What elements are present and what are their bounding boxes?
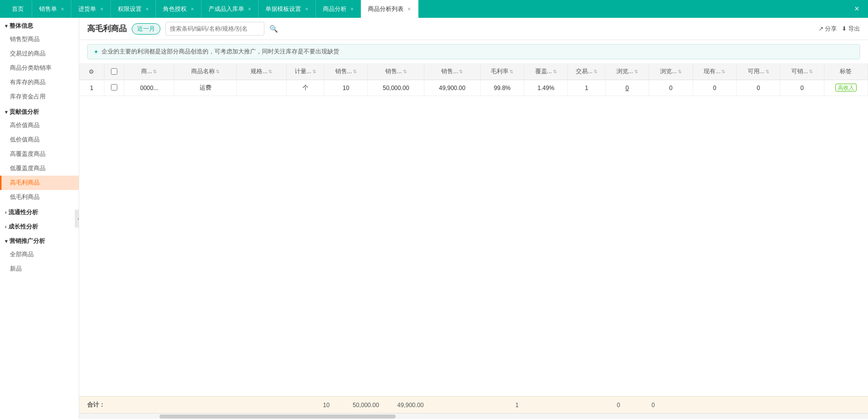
sidebar-item-stocked-goods[interactable]: 有库存的商品 [0,75,79,90]
share-button[interactable]: ↗ 分享 [818,25,837,33]
sort-available-icon[interactable]: ⇅ [766,69,769,74]
th-coverage: 覆盖... ⇅ [524,63,567,80]
data-table: ⚙ 商... ⇅ 商品名称 [79,63,868,96]
cell-index: 1 [79,80,104,96]
cell-gross-rate: 99.8% [480,80,524,96]
scrollbar-thumb[interactable] [159,415,396,419]
export-icon: ⬇ [842,25,847,32]
arrow-contribution-icon: ▾ [5,109,7,115]
bottom-scrollbar[interactable] [79,413,868,419]
sidebar-item-low-margin[interactable]: 低毛利商品 [0,190,79,204]
content-header: 高毛利商品 近一月 🔍 ↗ 分享 ⬇ 导出 [79,18,868,40]
sidebar-item-high-margin[interactable]: 高毛利商品 [0,176,79,190]
nav-tab-permission[interactable]: 权限设置 × [111,0,156,18]
footer-current-stock: 0 [601,402,636,409]
th-checkbox[interactable] [104,63,124,80]
table-row: 1 0000... 运费 个 10 50,000.00 49,900.00 99… [79,80,868,96]
sidebar-item-all-goods[interactable]: 全部商品 [0,247,79,262]
table-header-row: ⚙ 商... ⇅ 商品名称 [79,63,868,80]
cell-coverage: 1.49% [524,80,567,96]
sort-coverage-icon[interactable]: ⇅ [553,69,557,74]
nav-tab-inbound[interactable]: 产成品入库单 × [202,0,258,18]
sidebar-item-low-value[interactable]: 低价值商品 [0,133,79,147]
th-tag: 标签 [824,63,868,80]
th-sales-profit: 销售... ⇅ [424,63,481,80]
close-permission-tab[interactable]: × [146,6,149,12]
sort-sales-profit-icon[interactable]: ⇅ [459,69,463,74]
cell-name[interactable]: 运费 [174,80,237,96]
cell-browse1[interactable]: 0 [605,80,649,96]
sort-sales-qty-icon[interactable]: ⇅ [353,69,357,74]
sidebar-collapse-toggle[interactable]: « [75,210,79,228]
th-code: 商... ⇅ [124,63,174,80]
info-icon: ✦ [94,48,99,55]
sidebar-group-contribution[interactable]: ▾ 贡献值分析 [0,104,79,118]
close-template-tab[interactable]: × [305,6,308,12]
close-analysis-list-tab[interactable]: × [408,6,410,12]
nav-tab-template[interactable]: 单据模板设置 × [258,0,315,18]
search-input[interactable] [165,22,264,36]
sort-gross-rate-icon[interactable]: ⇅ [510,69,513,74]
sidebar-item-category-assist[interactable]: 商品分类助销率 [0,61,79,75]
row-checkbox[interactable] [111,84,117,91]
close-analysis-tab[interactable]: × [351,6,354,12]
footer-available: 0 [636,402,670,409]
cell-spec [237,80,287,96]
sidebar-group-liquidity[interactable]: › 流通性分析 [0,204,79,219]
th-settings[interactable]: ⚙ [79,63,104,80]
sort-browse2-icon[interactable]: ⇅ [678,69,682,74]
close-all-tabs[interactable]: × [850,4,864,13]
cell-sales-profit: 49,900.00 [424,80,481,96]
nav-tab-home[interactable]: 首页 [4,0,32,18]
main-layout: « ▾ 整体信息 销售型商品 交易过的商品 商品分类助销率 有库存的商品 库存资… [0,18,868,419]
sidebar-item-sales-goods[interactable]: 销售型商品 [0,32,79,47]
close-sales-tab[interactable]: × [61,6,64,12]
sidebar-item-traded-goods[interactable]: 交易过的商品 [0,47,79,61]
sort-stock-icon[interactable]: ⇅ [721,69,725,74]
cell-saleable: 0 [780,80,824,96]
nav-tab-analysis-list[interactable]: 商品分析列表 × [361,0,418,18]
cell-trade: 1 [568,80,606,96]
sort-spec-icon[interactable]: ⇅ [268,69,272,74]
export-button[interactable]: ⬇ 导出 [842,25,860,33]
sidebar-group-marketing[interactable]: ▾ 营销推广分析 [0,233,79,247]
sidebar-item-low-coverage[interactable]: 低覆盖度商品 [0,161,79,176]
sort-code-icon[interactable]: ⇅ [153,69,157,74]
th-trade: 交易... ⇅ [568,63,606,80]
cell-unit: 个 [287,80,324,96]
filter-period-button[interactable]: 近一月 [132,23,160,35]
sidebar-item-high-coverage[interactable]: 高覆盖度商品 [0,147,79,161]
share-icon: ↗ [818,25,823,32]
nav-tab-role[interactable]: 角色授权 × [156,0,201,18]
nav-tab-sales[interactable]: 销售单 × [32,0,71,18]
sidebar: « ▾ 整体信息 销售型商品 交易过的商品 商品分类助销率 有库存的商品 库存资… [0,18,79,419]
table-container[interactable]: ⚙ 商... ⇅ 商品名称 [79,63,868,396]
cell-tag: 高收入 [824,80,868,96]
th-available: 可用... ⇅ [736,63,780,80]
nav-tab-analysis[interactable]: 商品分析 × [316,0,361,18]
cell-browse2: 0 [649,80,693,96]
sort-browse1-icon[interactable]: ⇅ [634,69,638,74]
arrow-marketing-icon: ▾ [5,238,7,244]
footer-label: 合计： [87,401,105,409]
cell-check[interactable] [104,80,124,96]
sort-name-icon[interactable]: ⇅ [216,69,220,74]
footer-sales-profit: 49,900.00 [388,402,433,409]
select-all-checkbox[interactable] [111,68,117,75]
sort-sales-amount-icon[interactable]: ⇅ [403,69,407,74]
sidebar-item-inventory-capital[interactable]: 库存资金占用 [0,90,79,104]
sidebar-group-overall[interactable]: ▾ 整体信息 [0,18,79,32]
sort-trade-icon[interactable]: ⇅ [594,69,598,74]
nav-tab-purchase[interactable]: 进货单 × [71,0,110,18]
sidebar-group-growth[interactable]: › 成长性分析 [0,219,79,233]
close-purchase-tab[interactable]: × [100,6,103,12]
sidebar-item-new-goods[interactable]: 新品 [0,262,79,276]
sidebar-item-high-value[interactable]: 高价值商品 [0,118,79,133]
header-actions: ↗ 分享 ⬇ 导出 [818,25,860,33]
search-button[interactable]: 🔍 [269,25,278,33]
sort-unit-icon[interactable]: ⇅ [312,69,316,74]
footer-sales-qty: 10 [309,402,344,409]
close-inbound-tab[interactable]: × [248,6,251,12]
close-role-tab[interactable]: × [191,6,194,12]
sort-saleable-icon[interactable]: ⇅ [809,69,813,74]
